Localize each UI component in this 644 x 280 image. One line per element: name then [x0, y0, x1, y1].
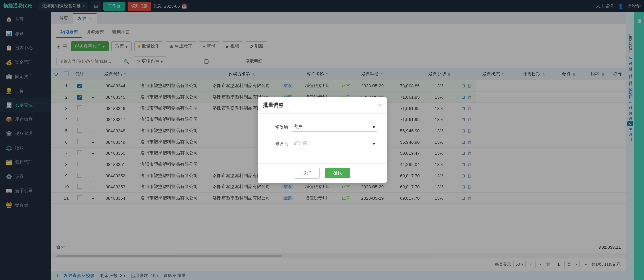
modify-item-row: 修改项 客户 ▾ [268, 122, 377, 132]
confirm-button[interactable]: 确认 [325, 168, 350, 178]
modal-title: 批量调整 [263, 102, 283, 109]
modify-to-row: 修改为 请选择 ▾ [268, 138, 377, 148]
modal-close-btn[interactable]: × [378, 102, 381, 109]
batch-adjust-modal: 批量调整 × 修改项 客户 ▾ 修改为 请选择 ▾ 取消 确认 [258, 97, 387, 183]
modify-to-select[interactable]: 请选择 ▾ [292, 138, 377, 148]
modal-overlay: 批量调整 × 修改项 客户 ▾ 修改为 请选择 ▾ 取消 确认 [0, 0, 644, 280]
modify-item-select[interactable]: 客户 ▾ [292, 122, 377, 132]
modal-footer: 取消 确认 [258, 163, 387, 183]
modal-body: 修改项 客户 ▾ 修改为 请选择 ▾ [258, 114, 387, 163]
modal-header: 批量调整 × [258, 97, 387, 114]
modify-item-dropdown-icon: ▾ [373, 124, 375, 129]
modify-to-dropdown-icon: ▾ [373, 141, 375, 146]
cancel-button[interactable]: 取消 [294, 168, 320, 179]
modify-to-label: 修改为 [268, 141, 288, 147]
modify-to-placeholder: 请选择 [294, 140, 307, 146]
modify-item-label: 修改项 [268, 124, 288, 130]
